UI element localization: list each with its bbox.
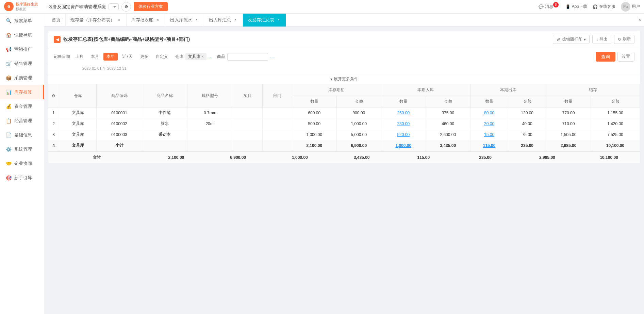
print-button[interactable]: 🖨 拨销版打印 ▾ — [553, 35, 590, 44]
sidebar-label-marketing: 营销推广 — [14, 46, 32, 52]
th-out-amt: 金额 — [508, 96, 546, 108]
user-label: 用户 — [632, 4, 640, 10]
user-item[interactable]: Ea 用户 — [621, 2, 640, 12]
page-title: 收发存汇总表(按仓库+商品编码+商品+规格型号+项目+部门) — [63, 36, 190, 43]
sidebar-label-sales: 销售管理 — [14, 61, 32, 67]
row3-goods-name: 采访本 — [142, 129, 187, 140]
sidebar-item-basic[interactable]: 📄 基础信息 — [0, 128, 44, 142]
sidebar: 🔍 搜索菜单 🏠 快捷导航 📢 营销推广 🛒 销售管理 📦 采购管理 📊 库存核… — [0, 14, 44, 314]
sidebar-label-system: 系统管理 — [14, 146, 32, 152]
sidebar-item-search[interactable]: 🔍 搜索菜单 — [0, 14, 44, 28]
subtotal-in-qty[interactable]: 1,000.00 — [381, 140, 426, 151]
main-area: 首页 现存量（库存分布表） × 库存批次账 × 出入库流水 × 出入库汇总 × … — [44, 14, 644, 314]
sidebar-item-quick-nav[interactable]: 🏠 快捷导航 — [0, 28, 44, 42]
warehouse-label: 仓库 — [175, 54, 183, 60]
row3-in-amt: 2,600.00 — [426, 129, 470, 140]
date-this-month[interactable]: 本月 — [88, 53, 102, 61]
sidebar-item-marketing[interactable]: 📢 营销推广 — [0, 42, 44, 56]
row3-out-qty[interactable]: 15.00 — [470, 129, 508, 140]
sidebar-item-enterprise[interactable]: 🤝 企业协同 — [0, 156, 44, 171]
sidebar-item-inventory[interactable]: 📊 库存核算 — [0, 85, 44, 99]
sidebar-item-sales[interactable]: 🛒 销售管理 — [0, 56, 44, 71]
chart-icon: 📊 — [5, 89, 12, 95]
th-bal-amt: 金额 — [591, 96, 640, 108]
system-select[interactable] — [109, 3, 119, 10]
footer-numbers: 2,100.00 6,900.00 1,000.00 3,435.00 115.… — [145, 155, 640, 160]
tab-batch[interactable]: 库存批次账 × — [127, 14, 165, 27]
tab-batch-close[interactable]: × — [155, 18, 160, 22]
top-bar: 6 畅库遇好生意 标准版 装备及固定资产辅助管理系统 ⚙ 体验行业方案 💬 消息… — [0, 0, 644, 14]
collapse-btn[interactable]: ◀ — [54, 36, 61, 43]
tab-inout-flow-close[interactable]: × — [194, 18, 199, 22]
close-all-tabs-button[interactable]: × — [638, 17, 641, 23]
row2-bal-qty: 710.00 — [546, 118, 591, 129]
cart-icon: 🛒 — [5, 61, 12, 67]
expand-more-bar[interactable]: ▾ 展开更多条件 — [48, 74, 640, 84]
row1-dept — [262, 108, 292, 118]
export-button[interactable]: ↓ 导出 — [592, 35, 611, 44]
row2-out-qty[interactable]: 20.00 — [470, 118, 508, 129]
th-goods-code: 商品编码 — [97, 84, 142, 108]
row1-out-qty[interactable]: 80.00 — [470, 108, 508, 118]
search-icon: 🔍 — [5, 18, 12, 24]
online-service-label: 在线客服 — [599, 4, 615, 10]
settings-icon-btn[interactable]: ⚙ — [121, 2, 131, 12]
subtotal-out-qty[interactable]: 115.00 — [470, 140, 508, 151]
date-more[interactable]: 更多 — [137, 53, 151, 61]
table-wrap: ⚙ 仓库 商品编码 商品名称 规格型号 项目 部门 库存期初 本期入库 本期出库 — [48, 84, 640, 151]
notification-item[interactable]: 💬 消息 6 — [539, 4, 560, 10]
warehouse-tag-close[interactable]: × — [202, 55, 204, 59]
sidebar-item-operation[interactable]: 📋 经营管理 — [0, 114, 44, 128]
tab-inventory-dist-close[interactable]: × — [117, 18, 121, 22]
layout: 🔍 搜索菜单 🏠 快捷导航 📢 营销推广 🛒 销售管理 📦 采购管理 📊 库存核… — [0, 14, 644, 314]
doc-icon: 📄 — [5, 132, 12, 138]
date-this-year[interactable]: 本年 — [103, 53, 118, 61]
date-prev-month[interactable]: 上月 — [72, 53, 86, 61]
row1-open-qty: 600.00 — [292, 108, 336, 118]
app-download-item[interactable]: 📱 App下载 — [565, 4, 587, 10]
row3-no: 3 — [48, 129, 59, 140]
try-industry-button[interactable]: 体验行业方案 — [134, 2, 168, 11]
footer-open-qty: 2,100.00 — [145, 155, 207, 160]
tab-inout-flow[interactable]: 出入库流水 × — [165, 14, 204, 27]
goods-filter-group: 商品 ... — [217, 53, 275, 61]
sidebar-label-finance: 资金管理 — [14, 103, 32, 110]
row3-dept — [262, 129, 292, 140]
online-service-item[interactable]: 🎧 在线客服 — [593, 4, 615, 10]
query-button[interactable]: 查询 — [596, 52, 615, 62]
row2-out-amt: 40.00 — [508, 118, 546, 129]
row1-in-qty[interactable]: 250.00 — [381, 108, 426, 118]
row2-in-qty[interactable]: 230.00 — [381, 118, 426, 129]
page-header: ◀ 收发存汇总表(按仓库+商品编码+商品+规格型号+项目+部门) 🖨 拨销版打印… — [48, 31, 640, 48]
th-settings[interactable]: ⚙ — [48, 84, 59, 108]
tab-inout-summary[interactable]: 出入库汇总 × — [204, 14, 243, 27]
footer-in-qty: 1,000.00 — [269, 155, 331, 160]
row2-goods-spec: 20ml — [187, 118, 233, 129]
subtotal-warehouse: 文具库 — [59, 140, 97, 151]
tab-recv-send-close[interactable]: × — [276, 18, 281, 22]
sidebar-item-guide[interactable]: 🎯 新手引导 — [0, 171, 44, 185]
row3-in-qty[interactable]: 520.00 — [381, 129, 426, 140]
warehouse-dots[interactable]: ... — [209, 54, 213, 59]
row1-in-amt: 375.00 — [426, 108, 470, 118]
subtotal-open-qty: 2,100.00 — [292, 140, 336, 151]
sidebar-item-purchase[interactable]: 📦 采购管理 — [0, 71, 44, 85]
logo-sub: 标准版 — [16, 7, 38, 12]
goods-input[interactable] — [227, 53, 268, 61]
goods-dots[interactable]: ... — [270, 54, 275, 59]
date-filter-group: 记账日期 上月 本月 本年 近7天 更多 自定义 — [54, 53, 171, 61]
date-custom[interactable]: 自定义 — [153, 53, 171, 61]
tab-home[interactable]: 首页 — [47, 14, 66, 27]
row1-open-amt: 900.00 — [336, 108, 381, 118]
date-7days[interactable]: 近7天 — [119, 53, 136, 61]
filter-bar: 记账日期 上月 本月 本年 近7天 更多 自定义 仓库 文 — [48, 48, 640, 65]
row3-warehouse: 文具库 — [59, 129, 97, 140]
row3-goods-code: 0100003 — [97, 129, 142, 140]
tab-recv-send[interactable]: 收发存汇总表 × — [243, 14, 286, 27]
sidebar-item-system[interactable]: ⚙️ 系统管理 — [0, 142, 44, 156]
tab-inventory-dist[interactable]: 现存量（库存分布表） × — [66, 14, 127, 27]
sidebar-item-finance[interactable]: 💰 资金管理 — [0, 99, 44, 114]
refresh-button[interactable]: ↻ 刷新 — [614, 35, 634, 44]
tab-inout-summary-close[interactable]: × — [233, 18, 238, 22]
setting-button[interactable]: 设置 — [617, 52, 634, 62]
